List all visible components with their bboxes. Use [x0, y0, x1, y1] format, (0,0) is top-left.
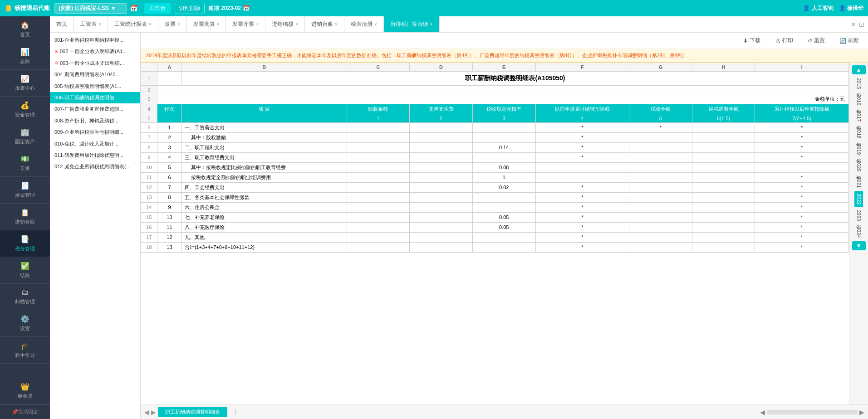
- c6-7[interactable]: [692, 182, 755, 192]
- c5-6[interactable]: [629, 172, 692, 182]
- sidebar-item-fixed-assets[interactable]: 🏢 固定资产: [0, 123, 50, 150]
- label-1[interactable]: 一、工资薪金支出: [181, 122, 347, 132]
- switch-old-button[interactable]: 切到旧版: [175, 3, 205, 14]
- c3-8[interactable]: [472, 192, 535, 202]
- c6-4[interactable]: [692, 152, 755, 162]
- tree-item-001[interactable]: 001-企业所得税年度纳税申报...: [50, 34, 140, 46]
- c1-4[interactable]: [347, 152, 410, 162]
- c6-10[interactable]: [692, 212, 755, 222]
- c1-11[interactable]: [347, 222, 410, 232]
- c3-7[interactable]: 0.02: [472, 182, 535, 192]
- c6-8[interactable]: [692, 192, 755, 202]
- sidebar-item-closing[interactable]: ✅ 结账: [0, 257, 50, 284]
- download-button[interactable]: ⬇ 下载: [740, 35, 764, 46]
- scroll-right-arrow[interactable]: ▶: [859, 409, 864, 416]
- tab-payroll-close[interactable]: ×: [98, 22, 101, 27]
- c1-12[interactable]: [347, 232, 410, 242]
- period-calendar-icon[interactable]: 📅: [243, 5, 250, 11]
- c6-6[interactable]: [692, 172, 755, 182]
- c7-5[interactable]: [755, 162, 849, 172]
- c6-1[interactable]: [692, 122, 755, 132]
- label-11[interactable]: 八、补充医疗保险: [181, 222, 347, 232]
- c4-6[interactable]: [535, 172, 629, 182]
- tab-income-tax[interactable]: 所得税汇算清缴 ×: [384, 16, 440, 33]
- sidebar-item-settings[interactable]: ⚙️ 设置: [0, 310, 50, 337]
- calendar-icon[interactable]: 📅: [130, 5, 137, 12]
- tab-fapiao[interactable]: 发票 ×: [158, 16, 187, 33]
- c3-4[interactable]: [472, 152, 535, 162]
- c2-9[interactable]: [410, 202, 473, 212]
- label-5[interactable]: 其中：按税收规定比例扣除的职工教育经费: [181, 162, 347, 172]
- tab-payroll-stats-close[interactable]: ×: [149, 22, 152, 27]
- seq-6[interactable]: 6: [157, 172, 182, 182]
- c5-7[interactable]: [629, 182, 692, 192]
- c3-12[interactable]: [472, 232, 535, 242]
- label-6[interactable]: 按税收规定全额扣除的职业培训费用: [181, 172, 347, 182]
- tab-tax-table-close[interactable]: ×: [374, 22, 377, 27]
- c3-6[interactable]: 1: [472, 172, 535, 182]
- c6-2[interactable]: [692, 132, 755, 142]
- c2-8[interactable]: [410, 192, 473, 202]
- tab-income-tax-close[interactable]: ×: [430, 22, 433, 27]
- seq-9[interactable]: 9: [157, 202, 182, 212]
- c6-11[interactable]: [692, 222, 755, 232]
- tab-sales-ledger[interactable]: 进销台账 ×: [305, 16, 344, 33]
- tree-item-006[interactable]: 006-职工薪酬纳税调整明细...: [50, 92, 140, 103]
- c2-13[interactable]: [410, 242, 473, 252]
- tree-item-004[interactable]: 004-期间费用明细表(A1040...: [50, 69, 140, 80]
- c2-1[interactable]: [410, 122, 473, 132]
- c1-8[interactable]: [347, 192, 410, 202]
- customer-service[interactable]: 👤 人工客询: [803, 5, 833, 12]
- c3-11[interactable]: 0.05: [472, 222, 535, 232]
- tab-payroll-stats[interactable]: 工资统计报表 ×: [108, 16, 158, 33]
- label-10[interactable]: 七、补充养老保险: [181, 212, 347, 222]
- tree-item-003[interactable]: ⊗ 003-一般企业成本支出明细...: [50, 58, 140, 69]
- sidebar-item-reports[interactable]: 📈 报表中心: [0, 70, 50, 97]
- seq-3[interactable]: 3: [157, 142, 182, 152]
- year-2020[interactable]: 2020年: [854, 158, 863, 174]
- sidebar-item-home[interactable]: 🏠 首页: [0, 16, 50, 43]
- year-2024[interactable]: 2024年: [854, 224, 863, 240]
- sheet-options-icon[interactable]: ⋮: [233, 409, 238, 415]
- tree-item-005[interactable]: 005-纳税调整项目明细表(A1...: [50, 81, 140, 92]
- tab-fapiao-calc[interactable]: 发票测算 ×: [187, 16, 226, 33]
- year-2016[interactable]: 2016年: [854, 92, 863, 108]
- sidebar-item-sales-ledger[interactable]: 📋 进销台账: [0, 204, 50, 230]
- year-2018[interactable]: 2018年: [854, 125, 863, 141]
- tab-close-all[interactable]: ✕: [851, 21, 856, 28]
- sheet-nav-left[interactable]: ◀: [144, 409, 149, 416]
- label-7[interactable]: 四、工会经费支出: [181, 182, 347, 192]
- year-2017[interactable]: 2017年: [854, 108, 863, 124]
- label-9[interactable]: 六、住房公积金: [181, 202, 347, 212]
- c5-8[interactable]: [629, 192, 692, 202]
- c3-3[interactable]: 0.14: [472, 142, 535, 152]
- c1-13[interactable]: [347, 242, 410, 252]
- year-2015[interactable]: 2015年: [854, 75, 863, 92]
- horizontal-scrollbar[interactable]: [767, 410, 858, 414]
- year-2022[interactable]: 2022年: [854, 191, 863, 207]
- label-3[interactable]: 二、职工福利支出: [181, 142, 347, 152]
- c6-12[interactable]: [692, 232, 755, 242]
- c2-7[interactable]: [410, 182, 473, 192]
- company-select[interactable]: (勿删) 江西税宝-LSS ▼: [54, 3, 127, 14]
- c1-6[interactable]: [347, 172, 410, 182]
- refresh-button[interactable]: 🔄 刷新: [836, 35, 863, 46]
- c1-3[interactable]: [347, 142, 410, 152]
- sheet-wrapper[interactable]: A B C D E F G H I: [141, 63, 849, 405]
- c3-10[interactable]: 0.05: [472, 212, 535, 222]
- c3-5[interactable]: 0.08: [472, 162, 535, 172]
- c2-5[interactable]: [410, 162, 473, 172]
- seq-10[interactable]: 10: [157, 212, 182, 222]
- seq-12[interactable]: 12: [157, 232, 182, 242]
- tab-payroll[interactable]: 工资表 ×: [74, 16, 108, 33]
- c3-2[interactable]: [472, 132, 535, 142]
- tree-item-008[interactable]: 008-资产折旧、摊销及纳税...: [50, 115, 140, 127]
- user-profile[interactable]: 👤 徐泽华: [839, 5, 863, 12]
- bottom-sheet-tab[interactable]: 职工薪酬纳税调整明细表: [158, 407, 227, 417]
- tree-item-007[interactable]: 007-广告费和业务宣传费超限...: [50, 103, 140, 115]
- sidebar-item-guide[interactable]: 🎓 新手引导: [0, 337, 50, 364]
- tab-fapiao-close[interactable]: ×: [177, 22, 180, 27]
- unpin-button[interactable]: 📌取消固定: [0, 404, 50, 419]
- label-12[interactable]: 九、其他: [181, 232, 347, 242]
- c6-13[interactable]: [692, 242, 755, 252]
